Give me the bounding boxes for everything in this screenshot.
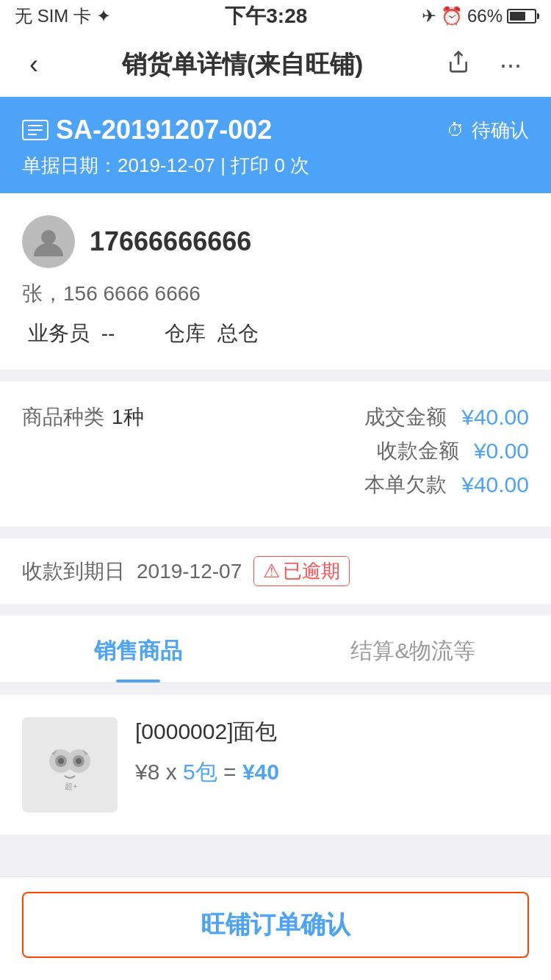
order-date: 单据日期：2019-12-07 | 打印 0 次 — [22, 153, 529, 179]
product-item: 超+ [0000002]面包 ¥8 x 5包 = ¥40 — [22, 717, 529, 813]
warehouse-field: 仓库 总仓 — [159, 320, 259, 347]
status-left: 无 SIM 卡 ✦ — [15, 4, 111, 28]
received-amount-row: 收款金额 ¥0.00 — [364, 437, 529, 465]
alarm-icon: ⏰ — [441, 6, 463, 26]
due-date-label: 收款到期日 — [22, 558, 125, 586]
due-amount-row: 本单欠款 ¥40.00 — [364, 471, 529, 499]
due-amount: ¥40.00 — [461, 472, 529, 497]
status-bar: 无 SIM 卡 ✦ 下午3:28 ✈ ⏰ 66% — [0, 0, 551, 32]
svg-text:超+: 超+ — [65, 782, 77, 790]
tab-sales-products[interactable]: 销售商品 — [0, 616, 276, 682]
product-thumbnail: 超+ — [22, 717, 118, 813]
tab-settlement[interactable]: 结算&物流等 — [276, 616, 551, 682]
warning-icon: ⚠ — [263, 560, 280, 583]
customer-section: 17666666666 张，156 6666 6666 业务员 -- 仓库 总仓 — [0, 193, 551, 370]
more-button[interactable]: ··· — [492, 42, 529, 87]
tabs: 销售商品 结算&物流等 — [0, 616, 551, 683]
due-date-section: 收款到期日 2019-12-07 ⚠ 已逾期 — [0, 538, 551, 604]
back-button[interactable]: ‹ — [22, 42, 46, 87]
header-banner: SA-20191207-002 ⏱ 待确认 单据日期：2019-12-07 | … — [0, 97, 551, 193]
deal-amount: ¥40.00 — [461, 405, 529, 430]
svg-point-4 — [41, 230, 56, 245]
product-types-row: 商品种类 1种 — [22, 403, 144, 431]
bottom-bar: 旺铺订单确认 — [0, 876, 551, 980]
location-icon: ✈ — [422, 6, 436, 26]
nav-actions: ··· — [439, 42, 529, 87]
customer-name: 张，156 6666 6666 — [22, 280, 529, 308]
nav-bar: ‹ 销货单详情(来自旺铺) ··· — [0, 32, 551, 97]
confirm-order-button[interactable]: 旺铺订单确认 — [22, 892, 529, 958]
summary-right: 成交金额 ¥40.00 收款金额 ¥0.00 本单欠款 ¥40.00 — [364, 403, 529, 505]
received-amount: ¥0.00 — [474, 439, 529, 464]
customer-phone: 17666666666 — [90, 226, 251, 257]
clock-icon: ⏱ — [447, 120, 464, 140]
order-id: SA-20191207-002 — [22, 115, 272, 145]
overdue-badge: ⚠ 已逾期 — [253, 556, 350, 586]
share-button[interactable] — [439, 42, 478, 87]
status-right: ✈ ⏰ 66% — [422, 6, 536, 26]
svg-point-9 — [58, 758, 64, 764]
salesperson-field: 业务员 -- — [22, 320, 115, 347]
status-time: 下午3:28 — [225, 2, 307, 30]
svg-point-10 — [76, 758, 82, 764]
product-name: [0000002]面包 — [135, 717, 529, 747]
avatar — [22, 215, 75, 268]
deal-amount-row: 成交金额 ¥40.00 — [364, 403, 529, 431]
product-price: ¥8 x 5包 = ¥40 — [135, 757, 529, 788]
product-section: 超+ [0000002]面包 ¥8 x 5包 = ¥40 — [0, 695, 551, 835]
sim-text: 无 SIM 卡 ✦ — [15, 4, 111, 28]
battery-icon — [507, 9, 536, 24]
customer-meta: 业务员 -- 仓库 总仓 — [22, 320, 529, 347]
product-info: [0000002]面包 ¥8 x 5包 = ¥40 — [135, 717, 529, 788]
page-title: 销货单详情(来自旺铺) — [122, 48, 364, 82]
order-status: ⏱ 待确认 — [447, 118, 529, 143]
battery-text: 66% — [467, 6, 503, 26]
summary-left: 商品种类 1种 — [22, 403, 144, 436]
due-date-value: 2019-12-07 — [137, 560, 242, 583]
summary-section: 商品种类 1种 成交金额 ¥40.00 收款金额 ¥0.00 本单欠款 ¥40.… — [0, 381, 551, 527]
